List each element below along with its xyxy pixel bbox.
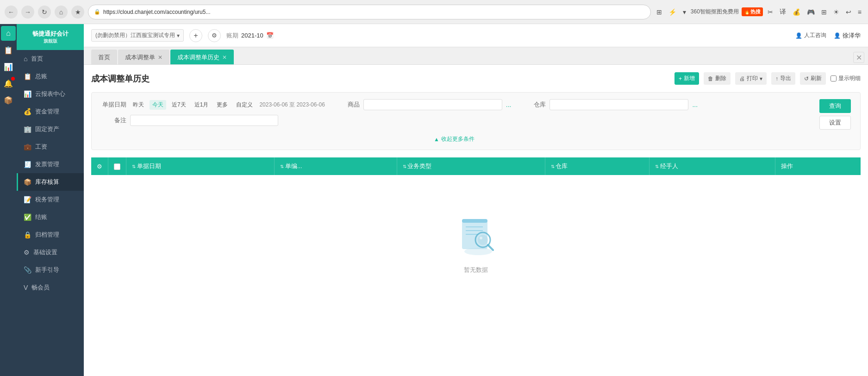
goods-more-btn[interactable]: ... bbox=[506, 101, 512, 108]
sidebar-item-settings[interactable]: ⚙ 基础设置 bbox=[17, 244, 84, 261]
mini-icon-4[interactable]: 📦 bbox=[1, 93, 16, 107]
warehouse-filter-group: 仓库 ... bbox=[520, 99, 698, 110]
sidebar-item-member[interactable]: V 畅会员 bbox=[17, 279, 84, 296]
browser-chrome: ← → ↻ ⌂ ★ 🔒 https://cloud.chanjet.com/ac… bbox=[0, 0, 868, 24]
more-btn[interactable]: 更多 bbox=[214, 100, 231, 110]
bookmark-button[interactable]: ★ bbox=[71, 6, 84, 19]
tab-cost-adjust-history-close[interactable]: ✕ bbox=[222, 54, 227, 61]
company-name: (勿删勿禁用）江西服宝测试专用 bbox=[95, 31, 175, 39]
th-gear[interactable]: ⚙ bbox=[91, 157, 108, 175]
sidebar-item-ledger[interactable]: 📋 总账 bbox=[17, 68, 84, 85]
add-company-button[interactable]: + bbox=[189, 29, 202, 42]
sidebar-item-guide[interactable]: 📎 新手引导 bbox=[17, 261, 84, 279]
user-profile-btn[interactable]: 👤 徐泽华 bbox=[834, 31, 861, 40]
th-check[interactable] bbox=[108, 157, 126, 175]
th-handler-label: 经手人 bbox=[660, 163, 678, 169]
home-icon: ⌂ bbox=[24, 55, 27, 63]
sidebar-label-archive: 归档管理 bbox=[35, 231, 59, 239]
sidebar-item-salary[interactable]: 💼 工资 bbox=[17, 138, 84, 156]
select-all-checkbox[interactable] bbox=[114, 163, 120, 170]
menu-button[interactable]: ≡ bbox=[856, 6, 863, 18]
undo-button[interactable]: ↩ bbox=[844, 6, 853, 18]
yesterday-btn[interactable]: 昨天 bbox=[130, 100, 147, 110]
brightness-button[interactable]: ☀ bbox=[831, 6, 841, 18]
new-button[interactable]: + 新增 bbox=[674, 72, 699, 85]
sidebar-item-assets[interactable]: 🏢 固定资产 bbox=[17, 120, 84, 138]
7days-btn[interactable]: 近7天 bbox=[169, 100, 189, 110]
sidebar-item-funds[interactable]: 💰 资金管理 bbox=[17, 103, 84, 120]
new-label: 新增 bbox=[684, 75, 695, 82]
tab-home[interactable]: 首页 bbox=[91, 50, 117, 64]
settings-top-button[interactable]: ⚙ bbox=[208, 29, 221, 42]
game-button[interactable]: 🎮 bbox=[805, 6, 817, 18]
customer-service-btn[interactable]: 👤 人工咨询 bbox=[795, 31, 826, 39]
mini-icon-1[interactable]: 📋 bbox=[1, 43, 16, 57]
print-button[interactable]: 🖨 打印 ▾ bbox=[735, 72, 767, 85]
remark-filter-group: 备注 bbox=[101, 115, 278, 126]
ssl-lock-icon: 🔒 bbox=[94, 9, 100, 15]
collapse-button[interactable]: ▲ 收起更多条件 bbox=[434, 135, 475, 143]
remark-filter-label: 备注 bbox=[101, 116, 126, 125]
export-button[interactable]: ↑ 导出 bbox=[771, 72, 795, 85]
app-container: ⌂ 📋 📊 🔔 📦 畅捷通好会计 旗舰版 ⌂ 首页 📋 总账 📊 云报表中心 💰… bbox=[0, 24, 868, 376]
today-btn[interactable]: 今天 bbox=[150, 100, 166, 110]
dropdown-button[interactable]: ▾ bbox=[681, 6, 688, 18]
reload-button[interactable]: ↻ bbox=[38, 6, 51, 19]
wallet-button[interactable]: 💰 bbox=[791, 6, 802, 18]
top-bar: (勿删勿禁用）江西服宝测试专用 ▾ + ⚙ 账期 2021-10 📅 👤 人工咨… bbox=[84, 24, 868, 47]
close-accounts-icon: ✅ bbox=[24, 213, 31, 221]
invoice-icon: 🧾 bbox=[24, 161, 31, 168]
translate-button[interactable]: 译 bbox=[778, 6, 788, 18]
mini-icon-0[interactable]: ⌂ bbox=[1, 26, 16, 41]
delete-button[interactable]: 🗑 删除 bbox=[704, 72, 731, 85]
home-button[interactable]: ⌂ bbox=[55, 6, 68, 19]
url-bar[interactable]: 🔒 https://cloud.chanjet.com/accounting/u… bbox=[88, 5, 651, 19]
sidebar-item-home[interactable]: ⌂ 首页 bbox=[17, 50, 84, 68]
tab-cost-adjust-history[interactable]: 成本调整单历史 ✕ bbox=[170, 50, 234, 64]
th-warehouse[interactable]: 仓库 bbox=[545, 157, 649, 175]
sidebar-item-archive[interactable]: 🔒 归档管理 bbox=[17, 226, 84, 244]
sidebar-item-invoice[interactable]: 🧾 发票管理 bbox=[17, 156, 84, 173]
filter-settings-label: 设置 bbox=[829, 119, 841, 126]
extensions-button[interactable]: ⊞ bbox=[655, 6, 664, 18]
1month-btn[interactable]: 近1月 bbox=[192, 100, 212, 110]
show-cols-checkbox[interactable] bbox=[831, 75, 837, 81]
show-cols-toggle[interactable]: 显示明细 bbox=[831, 75, 861, 82]
custom-btn[interactable]: 自定义 bbox=[233, 100, 256, 110]
sidebar-item-reports[interactable]: 📊 云报表中心 bbox=[17, 85, 84, 103]
sidebar-item-close[interactable]: ✅ 结账 bbox=[17, 208, 84, 226]
warehouse-input[interactable] bbox=[550, 99, 688, 110]
lightning-button[interactable]: ⚡ bbox=[667, 6, 678, 18]
url-text: https://cloud.chanjet.com/accounting/uru… bbox=[103, 9, 210, 15]
back-button[interactable]: ← bbox=[5, 6, 18, 19]
th-handler[interactable]: 经手人 bbox=[649, 157, 775, 175]
delete-icon: 🗑 bbox=[708, 75, 713, 82]
th-no[interactable]: 单编... bbox=[274, 157, 397, 175]
username-label: 徐泽华 bbox=[843, 31, 861, 40]
tab-cost-adjust[interactable]: 成本调整单 ✕ bbox=[118, 50, 169, 64]
assets-icon: 🏢 bbox=[24, 125, 31, 133]
company-selector[interactable]: (勿删勿禁用）江西服宝测试专用 ▾ bbox=[91, 29, 184, 42]
page-header: 成本调整单历史 + 新增 🗑 删除 🖨 打印 ▾ bbox=[91, 72, 861, 85]
svg-point-9 bbox=[480, 237, 482, 239]
filter-row-2: 备注 bbox=[101, 115, 807, 126]
sidebar-item-inventory[interactable]: 📦 库存核算 bbox=[17, 173, 84, 191]
query-button[interactable]: 查询 bbox=[819, 99, 851, 113]
refresh-button[interactable]: ↺ 刷新 bbox=[800, 72, 826, 85]
mini-icon-2[interactable]: 📊 bbox=[1, 59, 16, 74]
sidebar-item-tax[interactable]: 📝 税务管理 bbox=[17, 191, 84, 208]
goods-input[interactable] bbox=[363, 99, 502, 110]
grid-button[interactable]: ⊞ bbox=[819, 6, 829, 18]
warehouse-more-btn[interactable]: ... bbox=[692, 101, 698, 108]
th-date[interactable]: 单据日期 bbox=[126, 157, 275, 175]
sidebar-label-assets: 固定资产 bbox=[35, 125, 59, 133]
filter-settings-button[interactable]: 设置 bbox=[819, 116, 851, 130]
mini-icon-3[interactable]: 🔔 bbox=[1, 76, 16, 91]
hot-search-badge[interactable]: 🔥热搜 bbox=[742, 7, 763, 16]
tab-cost-adjust-close[interactable]: ✕ bbox=[158, 54, 162, 61]
forward-button[interactable]: → bbox=[21, 6, 34, 19]
scissors-button[interactable]: ✂ bbox=[766, 6, 775, 18]
th-type[interactable]: 业务类型 bbox=[397, 157, 545, 175]
remark-input[interactable] bbox=[130, 115, 278, 126]
close-panel-button[interactable]: ✕ bbox=[853, 52, 864, 63]
